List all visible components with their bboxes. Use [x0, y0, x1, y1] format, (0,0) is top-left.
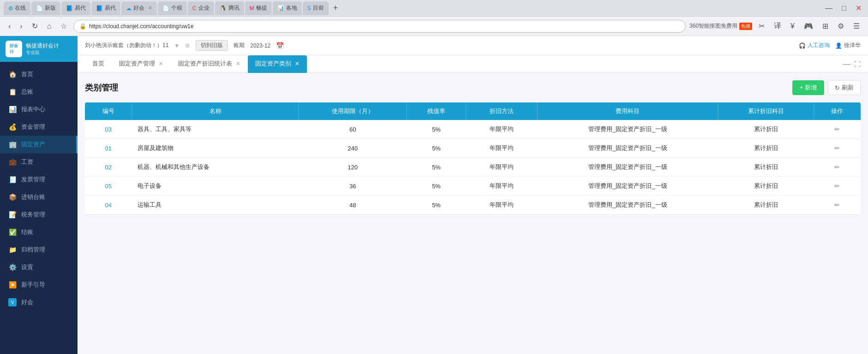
sidebar-item-funds[interactable]: 💰 资金管理	[0, 118, 78, 136]
invoice-icon: 🧾	[8, 175, 17, 184]
layout-button[interactable]: ⊞	[820, 20, 831, 32]
user-avatar[interactable]: 👤 徐泽华	[835, 42, 861, 49]
back-button[interactable]: ‹	[6, 20, 13, 32]
reload-button[interactable]: ↻	[29, 20, 41, 32]
browser-chrome: ⊙ 在线 📄 新版 📘 易代 📘 易代 ☁ 好会 ✕ 📄 个税 C 企业	[0, 0, 868, 17]
col-header-action: 操作	[814, 102, 861, 120]
dropdown-arrow[interactable]: ▼	[174, 42, 180, 49]
tab-expand-icon[interactable]: ⛶	[854, 60, 861, 68]
minimize-button[interactable]: —	[822, 3, 835, 13]
browser-tab-haohui[interactable]: ☁ 好会 ✕	[121, 1, 157, 15]
tab-asset-categories[interactable]: 固定资产类别 ✕	[248, 55, 307, 73]
cell-period-3: 36	[299, 177, 407, 196]
sidebar-item-archive[interactable]: 📁 归档管理	[0, 241, 78, 258]
edit-button-2[interactable]: ✏	[832, 162, 843, 172]
switch-version-button[interactable]: 切到旧版	[196, 40, 228, 51]
sidebar-item-settings[interactable]: ⚙️ 设置	[0, 258, 78, 276]
tab-close-categories[interactable]: ✕	[295, 60, 299, 67]
window-controls: — □ ✕	[822, 3, 864, 13]
categories-table: 编号 名称 使用期限（月） 残值率 折旧方法 费用科目 累计折旧科目 操作 03…	[85, 102, 861, 215]
bookmark-button[interactable]: ☆	[58, 20, 70, 32]
home-button[interactable]: ⌂	[44, 20, 54, 32]
game-button[interactable]: 🎮	[801, 20, 816, 32]
table-row: 02 机器、机械和其他生产设备 120 5% 年限平均 管理费用_固定资产折旧_…	[85, 158, 861, 177]
maximize-button[interactable]: □	[839, 3, 849, 13]
cell-action-0: ✏	[814, 120, 861, 139]
toolbar-right: + 新增 ↻ 刷新	[792, 80, 861, 95]
cell-code-2[interactable]: 02	[85, 158, 132, 177]
calendar-icon[interactable]: 📅	[276, 42, 284, 49]
sidebar-item-closing[interactable]: ✅ 结账	[0, 223, 78, 241]
cell-code-0[interactable]: 03	[85, 120, 132, 139]
edit-button-3[interactable]: ✏	[832, 181, 843, 191]
close-button[interactable]: ✕	[853, 3, 864, 13]
browser-tab-gedi[interactable]: 📊 各地	[273, 1, 302, 15]
browser-tab-online[interactable]: ⊙ 在线	[4, 1, 30, 15]
browser-tab-changti[interactable]: M 畅提	[245, 1, 272, 15]
sidebar-item-fixed-assets[interactable]: 🏢 固定资产	[0, 136, 78, 153]
settings-icon: ⚙️	[8, 263, 17, 271]
sidebar-item-haohui[interactable]: V 好会	[0, 294, 78, 311]
cell-code-3[interactable]: 05	[85, 177, 132, 196]
ssl-icon: 🔒	[79, 23, 86, 30]
cell-code-4[interactable]: 04	[85, 196, 132, 215]
page-title-bar: 类别管理 + 新增 ↻ 刷新	[85, 80, 861, 95]
archive-icon: 📁	[8, 246, 17, 254]
browser-tab-yidai2[interactable]: 📘 易代	[91, 1, 120, 15]
sidebar-item-payroll[interactable]: 💼 工资	[0, 153, 78, 171]
cell-name-4: 运输工具	[132, 196, 299, 215]
cut-button[interactable]: ✂	[756, 20, 767, 32]
browser-tab-new[interactable]: 📄 新版	[31, 1, 60, 15]
browser-tab-muqian[interactable]: S 目前	[303, 1, 329, 15]
table-row: 05 电子设备 36 5% 年限平均 管理费用_固定资产折旧_一级 累计折旧 ✏	[85, 177, 861, 196]
cell-code-1[interactable]: 01	[85, 139, 132, 158]
closing-icon: ✅	[8, 228, 17, 236]
tab-close-stats[interactable]: ✕	[236, 60, 240, 67]
support-button[interactable]: 🎧 人工咨询	[799, 42, 830, 49]
sidebar-item-home[interactable]: 🏠 首页	[0, 66, 78, 83]
settings-button[interactable]: ⚙	[835, 20, 847, 32]
tab-home[interactable]: 首页	[85, 55, 112, 73]
col-header-residual: 残值率	[407, 102, 466, 120]
cell-action-1: ✏	[814, 139, 861, 158]
tab-close-haohui[interactable]: ✕	[148, 5, 152, 11]
settings-small-icon[interactable]: ⚙	[185, 42, 190, 49]
period-label: 账期	[233, 42, 245, 49]
period-value: 2023-12	[250, 42, 270, 49]
tab-minimize-icon[interactable]: —	[843, 60, 850, 68]
sidebar-item-reports[interactable]: 📊 报表中心	[0, 101, 78, 118]
new-tab-button[interactable]: +	[329, 3, 342, 13]
browser-tab-qiye[interactable]: C 企业	[188, 1, 214, 15]
browser-tab-yidai1[interactable]: 📘 易代	[61, 1, 90, 15]
browser-tab-tengxun[interactable]: 🐧 腾讯	[215, 1, 244, 15]
table-header-row: 编号 名称 使用期限（月） 残值率 折旧方法 费用科目 累计折旧科目 操作	[85, 102, 861, 120]
sidebar-item-sales-ledger[interactable]: 📦 进销台账	[0, 188, 78, 206]
edit-button-1[interactable]: ✏	[832, 144, 843, 153]
headset-icon: 🎧	[799, 42, 806, 49]
wallet-button[interactable]: ¥	[788, 20, 797, 32]
user-account-info: 刘小艳演示账套（勿删勿动！）11	[85, 42, 168, 49]
refresh-button[interactable]: ↻ 刷新	[828, 80, 861, 95]
sidebar-item-invoices[interactable]: 🧾 发票管理	[0, 171, 78, 188]
sidebar-item-tax[interactable]: 📝 税务管理	[0, 206, 78, 223]
browser-tab-geshui[interactable]: 📄 个税	[158, 1, 187, 15]
user-icon: 👤	[835, 42, 842, 49]
topbar-right: 🎧 人工咨询 👤 徐泽华	[799, 42, 861, 49]
cell-depreciation-3: 累计折旧	[718, 177, 814, 196]
edit-button-0[interactable]: ✏	[832, 125, 843, 134]
forward-button[interactable]: ›	[17, 20, 25, 32]
app-logo: 好会计	[6, 41, 22, 57]
translate-button[interactable]: 译	[771, 19, 784, 33]
tab-close-management[interactable]: ✕	[159, 60, 163, 67]
edit-button-4[interactable]: ✏	[832, 200, 843, 210]
sidebar-item-guide[interactable]: ▶️ 新手引导	[0, 276, 78, 294]
sidebar-item-general-ledger[interactable]: 📋 总账	[0, 83, 78, 101]
add-category-button[interactable]: + 新增	[792, 80, 824, 95]
tab-depreciation-stats[interactable]: 固定资产折旧统计表 ✕	[171, 55, 248, 73]
menu-button[interactable]: ☰	[850, 20, 862, 32]
guide-icon: ▶️	[8, 281, 17, 289]
address-bar[interactable]: 🔒 https://cloud.chanjet.com/accounting/u…	[73, 20, 686, 33]
tab-fixed-assets-management[interactable]: 固定资产管理 ✕	[112, 55, 171, 73]
cell-residual-1: 5%	[407, 139, 466, 158]
cell-name-2: 机器、机械和其他生产设备	[132, 158, 299, 177]
